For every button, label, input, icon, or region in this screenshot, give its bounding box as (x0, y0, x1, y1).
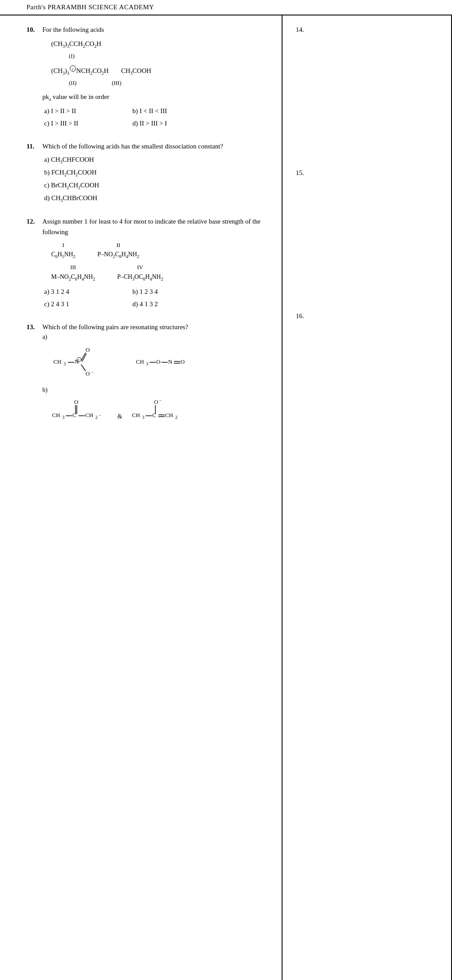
q10-formula1-line: (CH3)3CCH2CO2H (51, 38, 264, 50)
q12-name-I: C6H5NH2 (51, 250, 75, 260)
plus-charge: + (70, 65, 76, 72)
q10-labels-row: (II) (III) (69, 79, 264, 88)
q10-option-row2: c) I > III > II d) II > III > I (44, 118, 264, 129)
svg-text:N: N (168, 358, 173, 365)
question-12: 12. Assign number 1 for least to 4 for m… (26, 216, 264, 311)
svg-text:3: 3 (64, 361, 66, 366)
q12-compound-row1: I C6H5NH2 II P–NO2C6H4NH2 (51, 241, 264, 261)
q10-label1: (I) (69, 52, 264, 61)
question-11: 11. Which of the following acids has the… (26, 141, 264, 205)
q12-roman-II: II (117, 241, 121, 250)
q12-opt-b: b) 1 2 3 4 (132, 286, 203, 297)
q11-options: a) CH3CHFCOOH b) FCH2CH2COOH c) BrCH2CH2… (44, 154, 264, 204)
q13-struct-b2: CH 3 C O − (131, 397, 188, 437)
svg-text:−: − (99, 413, 102, 418)
svg-text:CH: CH (165, 412, 173, 418)
q13-b-structures: CH 3 C O (51, 397, 264, 437)
q12-comp-II: II P–NO2C6H4NH2 (98, 241, 139, 261)
q13-text: Which of the following pairs are resonat… (42, 323, 188, 330)
q13-struct-a2: CH 3 O N O (135, 348, 201, 375)
q13-row: 13. Which of the following pairs are res… (26, 322, 264, 443)
q12-option-row2: c) 2 4 3 1 d) 4 1 3 2 (44, 299, 264, 309)
q12-roman-IV: IV (137, 263, 143, 272)
svg-text:O: O (86, 370, 90, 377)
q12-opt-c: c) 2 4 3 1 (44, 299, 115, 309)
q10-options: a) I > II > II b) I < II < III c) I > II… (44, 106, 264, 129)
svg-text:O: O (154, 399, 158, 405)
page-container: Parth's PRARAMBH SCIENCE ACADEMY 10. For… (0, 0, 452, 980)
q10-formula2: (CH3)3+NCH2CO2H (51, 65, 109, 77)
q11-number: 11. (26, 141, 41, 205)
q16-number: 16. (296, 312, 304, 319)
q10-formula3: CH3COOH (121, 65, 151, 77)
svg-text:O: O (156, 358, 160, 365)
q12-comp-III: III M–NO2C6H4NH2 (51, 263, 95, 283)
svg-text:3: 3 (142, 415, 144, 420)
q13-b-label: b) (42, 385, 264, 395)
q10-body: For the following acids (CH3)3CCH2CO2H (… (42, 24, 264, 130)
svg-line-9 (81, 365, 86, 371)
q12-row: 12. Assign number 1 for least to 4 for m… (26, 216, 264, 311)
q12-opt-a: a) 3 1 2 4 (44, 286, 115, 297)
q10-formula2-line: (CH3)3+NCH2CO2H CH3COOH (51, 65, 264, 77)
q13-option-a: a) CH 3 (42, 332, 264, 379)
right-column: 14. 15. 16. (282, 15, 452, 980)
q12-roman-III: III (70, 263, 76, 272)
q11-opt-b: b) FCH2CH2COOH (44, 167, 264, 179)
q13-a-structures: CH 3 N + (51, 344, 264, 379)
svg-text:CH: CH (136, 358, 144, 365)
q12-roman-I: I (62, 241, 64, 250)
q12-number: 12. (26, 216, 41, 311)
q12-name-II: P–NO2C6H4NH2 (98, 250, 139, 260)
q10-row: 10. For the following acids (CH3)3CCH2CO… (26, 24, 264, 130)
q12-text: Assign number 1 for least to 4 for most … (42, 218, 260, 236)
q11-text: Which of the following acids has the sma… (42, 143, 223, 150)
q12-comp-IV: IV P–CH3OC6H4NH2 (117, 263, 163, 283)
svg-text:O: O (86, 346, 90, 353)
q11-opt-a: a) CH3CHFCOOH (44, 154, 264, 166)
q11-opt-d: d) CH3CHBrCOOH (44, 193, 264, 204)
q10-label2: (II) (69, 79, 76, 88)
q13-body: Which of the following pairs are resonat… (42, 322, 264, 443)
svg-text:3: 3 (146, 361, 148, 366)
q13-b-amp: & (117, 412, 122, 422)
q10-pka: pka value will be in order (42, 91, 264, 103)
q11-body: Which of the following acids has the sma… (42, 141, 264, 205)
svg-text:O: O (74, 399, 78, 405)
svg-text:O: O (181, 358, 185, 365)
q16-placeholder: 16. (296, 311, 442, 321)
q12-name-III: M–NO2C6H4NH2 (51, 272, 95, 283)
svg-text:CH: CH (85, 412, 93, 418)
question-10: 10. For the following acids (CH3)3CCH2CO… (26, 24, 264, 130)
q10-opt-d: d) II > III > I (132, 118, 203, 129)
svg-text:−: − (91, 370, 94, 375)
q11-opt-c: c) BrCH2CH2COOH (44, 180, 264, 191)
q12-options: a) 3 1 2 4 b) 1 2 3 4 c) 2 4 3 1 d) 4 1 … (44, 286, 264, 309)
svg-text:−: − (159, 398, 162, 403)
q12-compounds: I C6H5NH2 II P–NO2C6H4NH2 III (51, 241, 264, 283)
q10-formulas: (CH3)3CCH2CO2H (I) (CH3)3+NCH2CO2H CH3CO… (51, 38, 264, 88)
q10-number: 10. (26, 24, 41, 130)
header-title: Parth's PRARAMBH SCIENCE ACADEMY (26, 4, 154, 11)
svg-text:3: 3 (62, 415, 64, 420)
q11-row: 11. Which of the following acids has the… (26, 141, 264, 205)
q12-opt-d: d) 4 1 3 2 (132, 299, 203, 309)
q14-number: 14. (296, 26, 304, 33)
content-area: 10. For the following acids (CH3)3CCH2CO… (0, 15, 452, 980)
q10-opt-b: b) I < II < III (132, 106, 203, 116)
q13-struct-b1: CH 3 C O (51, 397, 109, 437)
svg-text:CH: CH (52, 412, 60, 418)
svg-text:2: 2 (175, 415, 177, 420)
q13-struct-a1: CH 3 N + (51, 344, 113, 379)
q12-comp-I: I C6H5NH2 (51, 241, 75, 261)
q10-opt-a: a) I > II > II (44, 106, 115, 116)
svg-text:CH: CH (132, 412, 140, 418)
q10-text: For the following acids (42, 26, 104, 33)
q12-name-IV: P–CH3OC6H4NH2 (117, 272, 163, 283)
q10-label3: (III) (112, 79, 121, 88)
q10-formula1: (CH3)3CCH2CO2H (51, 38, 101, 50)
svg-text:+: + (78, 357, 80, 362)
q10-opt-c: c) I > III > II (44, 118, 115, 129)
left-column: 10. For the following acids (CH3)3CCH2CO… (0, 15, 282, 980)
q13-number: 13. (26, 322, 41, 443)
